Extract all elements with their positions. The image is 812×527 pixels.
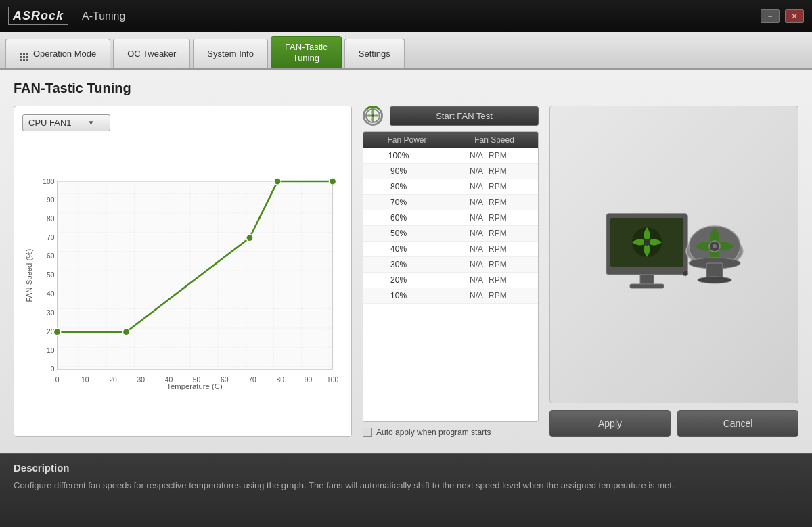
svg-text:100: 100 (43, 178, 54, 185)
td-rpm: RPM (486, 260, 538, 269)
td-rpm: RPM (486, 151, 538, 160)
auto-apply-checkbox[interactable] (363, 428, 372, 437)
svg-text:90: 90 (47, 196, 55, 204)
minimize-button[interactable]: − (761, 9, 780, 23)
td-rpm: RPM (486, 275, 538, 285)
table-row: 30% N/A RPM (363, 257, 538, 273)
td-na: N/A (434, 260, 486, 269)
dropdown-arrow-icon: ▼ (88, 119, 95, 127)
asrock-logo: ASRock (8, 7, 68, 25)
app-title: A-Tuning (82, 10, 125, 22)
tab-settings-label: Settings (359, 49, 390, 59)
svg-point-31 (644, 239, 650, 246)
svg-text:10: 10 (47, 347, 55, 354)
tab-operation-mode[interactable]: Operation Mode (5, 39, 110, 68)
td-power: 100% (363, 151, 434, 160)
td-rpm: RPM (486, 166, 538, 176)
chart-point-4[interactable] (274, 178, 281, 185)
tab-fan-tastic-label: FAN-TasticTuning (285, 42, 328, 63)
fan-speed-chart: FAN Speed (%) Temperature (C) 0 10 20 30… (22, 137, 343, 428)
page-title: FAN-Tastic Tuning (14, 81, 798, 96)
svg-text:90: 90 (304, 376, 313, 384)
logo-area: ASRock A-Tuning (8, 7, 125, 25)
chart-point-3[interactable] (246, 234, 253, 241)
svg-text:80: 80 (47, 215, 55, 223)
close-button[interactable]: ✕ (785, 9, 804, 23)
td-na: N/A (434, 182, 486, 191)
table-row: 40% N/A RPM (363, 242, 538, 257)
svg-text:Temperature (C): Temperature (C) (166, 382, 223, 390)
svg-rect-1 (58, 181, 333, 369)
nav-bar: Operation Mode OC Tweaker System Info FA… (0, 32, 812, 70)
td-rpm: RPM (486, 213, 538, 223)
td-power: 80% (363, 182, 434, 191)
fan-computer-illustration (600, 200, 748, 308)
td-power: 90% (363, 166, 434, 176)
tab-operation-mode-label: Operation Mode (33, 49, 96, 59)
fan-selector-wrap: CPU FAN1 ▼ (22, 114, 343, 131)
fan-spin-icon (363, 106, 383, 126)
fan-speed-table: Fan Power Fan Speed 100% N/A RPM 90% N/A… (363, 131, 539, 422)
td-power: 70% (363, 198, 434, 207)
svg-point-38 (713, 244, 717, 248)
svg-text:0: 0 (55, 376, 60, 384)
table-row: 90% N/A RPM (363, 164, 538, 179)
chart-panel: CPU FAN1 ▼ FAN Speed (%) (14, 106, 352, 437)
fan-selector-dropdown[interactable]: CPU FAN1 ▼ (22, 114, 110, 131)
td-rpm: RPM (486, 198, 538, 207)
tab-oc-tweaker[interactable]: OC Tweaker (113, 39, 190, 68)
chart-point-2[interactable] (122, 329, 129, 336)
svg-text:30: 30 (137, 376, 145, 384)
td-na: N/A (434, 198, 486, 207)
action-buttons: Apply Cancel (549, 410, 798, 437)
tab-system-info[interactable]: System Info (193, 39, 268, 68)
td-na: N/A (434, 291, 486, 300)
fan-selected-value: CPU FAN1 (28, 118, 72, 128)
td-rpm: RPM (486, 244, 538, 254)
table-row: 80% N/A RPM (363, 179, 538, 195)
cancel-button[interactable]: Cancel (677, 410, 798, 437)
auto-apply-label: Auto apply when program starts (376, 428, 491, 437)
fan-test-bar: Start FAN Test (363, 106, 539, 126)
start-fan-test-button[interactable]: Start FAN Test (390, 106, 539, 126)
svg-point-41 (698, 277, 731, 283)
svg-text:70: 70 (248, 376, 256, 384)
svg-point-34 (683, 271, 688, 276)
svg-text:30: 30 (47, 309, 55, 317)
td-rpm: RPM (486, 182, 538, 191)
table-panel: Start FAN Test Fan Power Fan Speed 100% … (363, 106, 539, 437)
td-power: 50% (363, 229, 434, 238)
title-bar: ASRock A-Tuning − ✕ (0, 0, 812, 32)
chart-point-5[interactable] (329, 178, 336, 185)
svg-text:60: 60 (47, 252, 55, 260)
svg-text:70: 70 (47, 234, 55, 242)
svg-text:0: 0 (51, 365, 55, 373)
chart-point-1[interactable] (53, 329, 60, 336)
col-fan-speed: Fan Speed (451, 135, 538, 145)
table-row: 60% N/A RPM (363, 210, 538, 226)
window-controls: − ✕ (761, 9, 804, 23)
tab-settings[interactable]: Settings (344, 39, 405, 68)
table-row: 50% N/A RPM (363, 226, 538, 242)
table-row: 10% N/A RPM (363, 288, 538, 304)
svg-text:20: 20 (109, 376, 117, 384)
svg-text:FAN Speed (%): FAN Speed (%) (25, 249, 33, 302)
apply-button[interactable]: Apply (549, 410, 671, 437)
svg-rect-32 (640, 275, 654, 284)
table-rows-container: 100% N/A RPM 90% N/A RPM 80% N/A RPM 70%… (363, 148, 538, 304)
main-content: FAN-Tastic Tuning CPU FAN1 ▼ (0, 70, 812, 453)
svg-text:40: 40 (165, 376, 173, 384)
td-power: 60% (363, 213, 434, 223)
image-panel: Apply Cancel (549, 106, 798, 437)
tab-fan-tastic[interactable]: FAN-TasticTuning (271, 36, 342, 68)
panels: CPU FAN1 ▼ FAN Speed (%) (14, 106, 798, 437)
col-fan-power: Fan Power (363, 135, 451, 145)
auto-apply-row: Auto apply when program starts (363, 428, 539, 437)
description-text: Configure different fan speeds for respe… (14, 479, 798, 492)
fan-illustration (549, 106, 798, 403)
td-power: 20% (363, 275, 434, 285)
svg-text:50: 50 (193, 376, 201, 384)
svg-text:80: 80 (277, 376, 285, 384)
table-row: 100% N/A RPM (363, 148, 538, 164)
description-title: Description (14, 462, 798, 474)
